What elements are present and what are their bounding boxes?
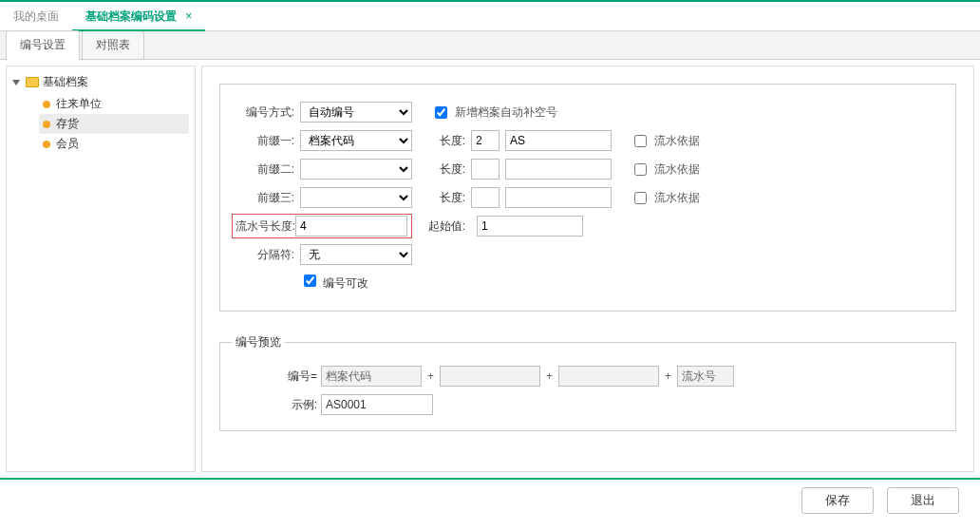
tree-leaf-label: 往来单位 <box>56 96 102 112</box>
label-serial-length: 流水号长度: <box>235 218 295 235</box>
label-mode: 编号方式: <box>232 104 294 121</box>
preview-label-example: 示例: <box>232 397 317 413</box>
checkbox-flow-basis3-input[interactable] <box>634 192 647 204</box>
input-length1[interactable] <box>471 130 499 151</box>
select-prefix1[interactable]: 档案代码 <box>300 130 412 151</box>
close-icon[interactable]: × <box>185 9 192 23</box>
serial-length-highlight: 流水号长度: <box>232 214 412 238</box>
tree-root-label: 基础档案 <box>43 74 88 90</box>
select-separator[interactable]: 无 <box>300 244 412 265</box>
checkbox-flow-basis1-input[interactable] <box>634 135 647 147</box>
select-prefix3[interactable] <box>300 187 412 208</box>
chevron-down-icon <box>12 80 20 85</box>
preview-label-number: 编号= <box>232 369 317 385</box>
preview-part1 <box>321 366 422 387</box>
row-prefix3: 前缀三: 长度: 流水依据 <box>232 183 944 212</box>
app-tab-encoding-settings[interactable]: 基础档案编码设置 × <box>72 2 205 30</box>
preview-part3 <box>558 366 659 387</box>
exit-button[interactable]: 退出 <box>887 487 959 514</box>
checkbox-flow-basis3[interactable]: 流水依据 <box>634 190 700 206</box>
label-length3: 长度: <box>424 190 465 206</box>
checkbox-editable-label: 编号可改 <box>323 276 368 290</box>
input-initial-value[interactable] <box>477 216 583 237</box>
plus-icon: + <box>544 369 555 383</box>
row-serial-length: 流水号长度: 起始值: <box>232 212 944 240</box>
subtab-number-settings[interactable]: 编号设置 <box>6 30 80 59</box>
preview-example <box>321 394 433 415</box>
preview-part4 <box>677 366 734 387</box>
tree-leaf-label: 会员 <box>56 136 79 152</box>
footer-bar: 保存 退出 <box>0 478 980 521</box>
tree-leaf-member[interactable]: 会员 <box>39 134 189 154</box>
app-tab-encoding-label: 基础档案编码设置 <box>85 9 177 23</box>
checkbox-flow-basis1-label: 流水依据 <box>654 133 700 149</box>
bullet-icon <box>43 141 50 148</box>
bullet-icon <box>43 121 50 128</box>
label-prefix2: 前缀二: <box>232 161 294 178</box>
checkbox-editable[interactable]: 编号可改 <box>304 274 368 292</box>
content-panel: 编号方式: 自动编号 新增档案自动补空号 前缀一: 档案代码 长度: <box>201 66 974 472</box>
plus-icon: + <box>663 369 673 383</box>
label-prefix1: 前缀一: <box>232 133 294 149</box>
checkbox-auto-fill-label: 新增档案自动补空号 <box>455 104 557 121</box>
preview-part2 <box>440 366 540 387</box>
subtab-mapping-table-label: 对照表 <box>96 38 130 51</box>
checkbox-flow-basis2-input[interactable] <box>634 163 647 176</box>
plus-icon: + <box>425 369 436 383</box>
sub-tab-bar: 编号设置 对照表 <box>0 31 980 60</box>
app-tab-desktop-label: 我的桌面 <box>13 9 59 23</box>
input-value3[interactable] <box>505 187 612 208</box>
number-preview: 编号预览 编号= + + + 示例: <box>219 334 956 431</box>
select-mode[interactable]: 自动编号 <box>300 102 412 123</box>
input-length2[interactable] <box>471 159 499 180</box>
preview-row-parts: 编号= + + + <box>232 362 944 390</box>
tree-children: 往来单位 存货 会员 <box>39 94 189 154</box>
label-separator: 分隔符: <box>232 247 294 263</box>
tree-panel: 基础档案 往来单位 存货 会员 <box>6 66 196 472</box>
folder-icon <box>26 77 39 87</box>
subtab-number-settings-label: 编号设置 <box>20 38 66 51</box>
app-tab-desktop[interactable]: 我的桌面 <box>0 2 72 30</box>
label-length2: 长度: <box>424 161 465 178</box>
checkbox-editable-input[interactable] <box>304 274 316 287</box>
preview-row-example: 示例: <box>232 390 944 419</box>
row-editable: 编号可改 <box>232 269 944 297</box>
checkbox-flow-basis2[interactable]: 流水依据 <box>634 161 700 178</box>
main-area: 基础档案 往来单位 存货 会员 编号方式: 自动编号 <box>0 60 980 478</box>
input-serial-length[interactable] <box>295 216 407 237</box>
input-value2[interactable] <box>505 159 612 180</box>
label-length1: 长度: <box>424 133 465 149</box>
tree-leaf-inventory[interactable]: 存货 <box>39 114 189 134</box>
input-value1[interactable] <box>505 130 612 151</box>
row-prefix2: 前缀二: 长度: 流水依据 <box>232 155 944 183</box>
save-button[interactable]: 保存 <box>801 487 874 514</box>
checkbox-auto-fill[interactable]: 新增档案自动补空号 <box>435 104 557 121</box>
bullet-icon <box>43 101 50 108</box>
row-separator: 分隔符: 无 <box>232 240 944 269</box>
label-initial-value: 起始值: <box>424 218 465 235</box>
tree-leaf-contacts[interactable]: 往来单位 <box>39 94 189 114</box>
checkbox-auto-fill-input[interactable] <box>435 106 447 119</box>
tree-leaf-label: 存货 <box>56 116 79 132</box>
row-numbering-mode: 编号方式: 自动编号 新增档案自动补空号 <box>232 98 944 126</box>
tree-root[interactable]: 基础档案 <box>12 74 189 90</box>
checkbox-flow-basis2-label: 流水依据 <box>654 161 700 178</box>
input-length3[interactable] <box>471 187 499 208</box>
app-tab-bar: 我的桌面 基础档案编码设置 × <box>0 0 980 31</box>
select-prefix2[interactable] <box>300 159 412 180</box>
label-prefix3: 前缀三: <box>232 190 294 206</box>
preview-legend: 编号预览 <box>232 334 285 350</box>
checkbox-flow-basis3-label: 流水依据 <box>654 190 700 206</box>
checkbox-flow-basis1[interactable]: 流水依据 <box>634 133 700 149</box>
row-prefix1: 前缀一: 档案代码 长度: 流水依据 <box>232 126 944 155</box>
numbering-form: 编号方式: 自动编号 新增档案自动补空号 前缀一: 档案代码 长度: <box>219 84 956 312</box>
subtab-mapping-table[interactable]: 对照表 <box>82 30 144 59</box>
